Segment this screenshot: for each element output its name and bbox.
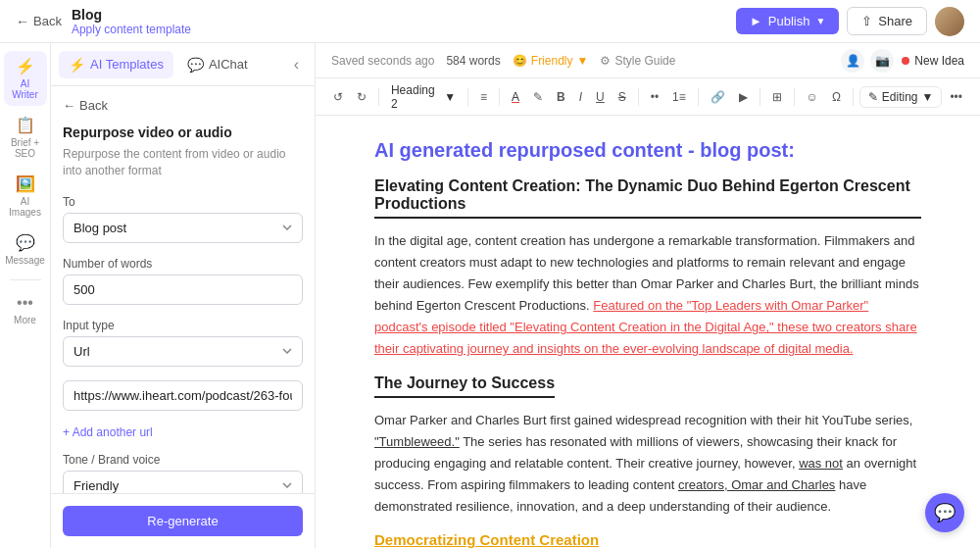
editing-icon: ✎ — [868, 90, 878, 104]
input-type-label: Input type — [63, 319, 303, 332]
meta-icon-btn-2[interactable]: 📷 — [870, 49, 894, 73]
message-label: Message — [5, 255, 45, 266]
sidebar-item-ai-images[interactable]: 🖼️ AI Images — [4, 169, 47, 224]
header-left: ← Back Blog Apply content template — [16, 7, 191, 36]
highlight-button[interactable]: ✎ — [527, 86, 549, 108]
avatar[interactable] — [935, 7, 964, 36]
meta-icon-btn-1[interactable]: 👤 — [841, 49, 864, 73]
bullet-list-button[interactable]: •• — [645, 86, 664, 108]
to-field-group: To Blog post Article Newsletter Social p… — [63, 195, 303, 243]
aichat-label: AIChat — [209, 57, 248, 72]
special-char-button[interactable]: Ω — [826, 86, 847, 108]
bold-button[interactable]: B — [551, 86, 571, 108]
tone-field-group: Tone / Brand voice Friendly Professional… — [63, 453, 303, 493]
toolbar-separator-1 — [378, 88, 379, 106]
url-input[interactable] — [63, 380, 303, 411]
sidebar-back-button[interactable]: ← Back — [63, 98, 303, 113]
editor-meta-bar: Saved seconds ago 584 words 😊 Friendly ▼… — [316, 43, 980, 78]
sidebar-tab-group: ⚡ AI Templates 💬 AIChat — [59, 51, 258, 78]
toolbar-separator-5 — [698, 88, 699, 106]
ai-writer-icon: ⚡ — [16, 57, 35, 75]
new-idea-label: New Idea — [914, 54, 964, 68]
table-button[interactable]: ⊞ — [766, 86, 788, 108]
more-icon: ••• — [17, 294, 33, 312]
chat-bubble-button[interactable]: 💬 — [925, 493, 964, 532]
meta-right: 👤 📷 New Idea — [841, 49, 964, 73]
publish-dropdown-icon: ▼ — [815, 16, 825, 26]
sidebar-footer: Re-generate — [51, 493, 315, 548]
style-guide-label: Style Guide — [614, 54, 675, 68]
share-label: Share — [878, 14, 912, 28]
editor-content[interactable]: AI generated repurposed content - blog p… — [316, 116, 980, 548]
link-text-1[interactable]: Featured on the "Top Leaders with Omar P… — [374, 298, 917, 356]
toolbar-separator-4 — [638, 88, 639, 106]
toolbar-separator-2 — [467, 88, 468, 106]
section1-heading: Elevating Content Creation: The Dynamic … — [374, 177, 921, 219]
more-options-button[interactable]: ••• — [944, 86, 968, 108]
meta-left: Saved seconds ago 584 words 😊 Friendly ▼… — [331, 54, 675, 68]
saved-status: Saved seconds ago — [331, 54, 434, 68]
add-url-link[interactable]: + Add another url — [63, 425, 153, 439]
was-not-underline: was not — [799, 456, 843, 471]
heading-label: Heading 2 — [391, 83, 440, 111]
words-input[interactable] — [63, 274, 303, 305]
emoji-button[interactable]: ☺ — [801, 86, 824, 108]
editor-area: Saved seconds ago 584 words 😊 Friendly ▼… — [316, 43, 980, 548]
tone-badge[interactable]: 😊 Friendly ▼ — [513, 54, 589, 68]
sidebar-item-more[interactable]: ••• More — [4, 288, 47, 331]
apply-template-link[interactable]: Apply content template — [72, 23, 191, 36]
publish-label: Publish — [768, 14, 810, 28]
tone-dropdown-icon: ▼ — [576, 54, 588, 68]
sidebar: ⚡ AI Templates 💬 AIChat ‹ ← Back Repurpo… — [51, 43, 316, 548]
sidebar-item-brief-seo[interactable]: 📋 Brief + SEO — [4, 110, 47, 165]
underline-button[interactable]: U — [590, 86, 611, 108]
new-idea-dot — [902, 57, 909, 65]
ai-images-icon: 🖼️ — [16, 174, 35, 193]
font-color-button[interactable]: A — [506, 86, 525, 108]
collapse-sidebar-button[interactable]: ‹ — [286, 52, 307, 77]
sidebar-section-desc: Repurpose the content from video or audi… — [63, 146, 303, 179]
heading-select[interactable]: Heading 2 ▼ — [385, 80, 462, 114]
nav-divider — [10, 279, 41, 280]
numbered-list-button[interactable]: 1≡ — [666, 86, 692, 108]
creators-link[interactable]: creators, Omar and Charles — [678, 477, 835, 492]
regenerate-button[interactable]: Re-generate — [63, 506, 303, 536]
main-body: ⚡ AI Writer 📋 Brief + SEO 🖼️ AI Images 💬… — [0, 43, 980, 548]
editing-label: Editing — [882, 90, 918, 104]
chat-bubble-icon: 💬 — [934, 502, 956, 523]
media-button[interactable]: ▶ — [733, 86, 754, 108]
strikethrough-button[interactable]: S — [612, 86, 632, 108]
message-icon: 💬 — [16, 233, 35, 252]
back-arrow-icon: ← — [16, 14, 29, 29]
to-select[interactable]: Blog post Article Newsletter Social post — [63, 213, 303, 243]
align-button[interactable]: ≡ — [474, 86, 493, 108]
input-type-select[interactable]: Url Text File — [63, 336, 303, 367]
to-label: To — [63, 195, 303, 209]
sidebar-item-ai-writer[interactable]: ⚡ AI Writer — [4, 51, 47, 106]
tone-select[interactable]: Friendly Professional Casual Formal — [63, 471, 303, 493]
sidebar-back-label: Back — [79, 98, 108, 113]
italic-button[interactable]: I — [573, 86, 588, 108]
tumbleweed-link[interactable]: "Tumbleweed." — [374, 434, 460, 449]
publish-button[interactable]: ► Publish ▼ — [736, 8, 839, 34]
ai-templates-label: AI Templates — [90, 57, 164, 72]
share-button[interactable]: ⇧ Share — [847, 7, 927, 35]
sidebar-item-message[interactable]: 💬 Message — [4, 227, 47, 272]
new-idea-badge[interactable]: New Idea — [902, 54, 964, 68]
toolbar-separator-3 — [499, 88, 500, 106]
editing-dropdown[interactable]: ✎ Editing ▼ — [859, 86, 943, 108]
undo-button[interactable]: ↺ — [327, 86, 349, 108]
main-heading: AI generated repurposed content - blog p… — [374, 139, 921, 162]
redo-button[interactable]: ↻ — [351, 86, 372, 108]
link-button[interactable]: 🔗 — [705, 86, 731, 108]
ai-writer-label: AI Writer — [8, 78, 43, 100]
tab-ai-templates[interactable]: ⚡ AI Templates — [59, 51, 173, 78]
toolbar-separator-8 — [853, 88, 854, 106]
back-button[interactable]: ← Back — [16, 14, 62, 29]
tab-aichat[interactable]: 💬 AIChat — [177, 51, 258, 78]
brief-seo-icon: 📋 — [16, 116, 35, 134]
blog-info: Blog Apply content template — [72, 7, 191, 36]
left-nav: ⚡ AI Writer 📋 Brief + SEO 🖼️ AI Images 💬… — [0, 43, 51, 548]
style-guide-link[interactable]: ⚙ Style Guide — [600, 54, 675, 68]
section2-heading: The Journey to Success — [374, 374, 555, 398]
